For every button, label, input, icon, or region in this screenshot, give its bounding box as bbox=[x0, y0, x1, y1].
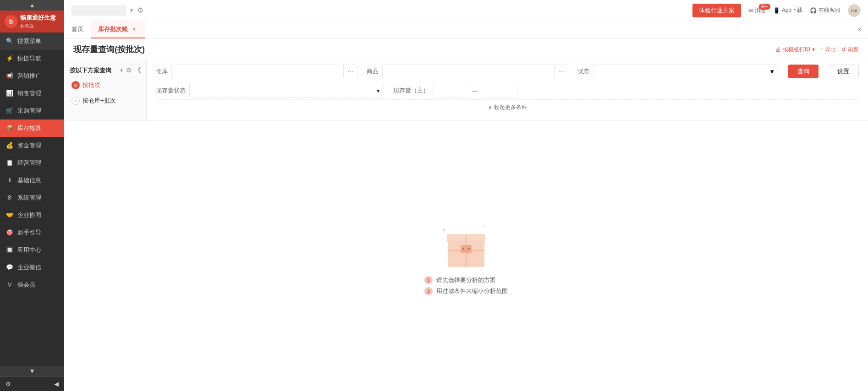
product-input-wrapper: ··· bbox=[382, 65, 568, 78]
new-guide-icon: 🎯 bbox=[5, 228, 14, 237]
product-label: 商品 bbox=[367, 67, 379, 76]
top-header: ▾ ⚙ 体验行业方案 ✉ 消息 99+ 📱 App下载 🎧 在线客服 Rit bbox=[64, 0, 868, 21]
product-dots-btn[interactable]: ··· bbox=[554, 65, 568, 78]
sidebar-item-app-center[interactable]: 🔲 应用中心 bbox=[0, 241, 64, 259]
sidebar-scroll-down[interactable]: ▼ bbox=[0, 366, 64, 376]
app-center-icon: 🔲 bbox=[5, 246, 14, 254]
product-input[interactable] bbox=[383, 66, 554, 77]
page-title: 现存量查询(按批次) bbox=[73, 44, 145, 55]
warehouse-dots-btn[interactable]: ··· bbox=[343, 65, 357, 78]
print-template-btn[interactable]: 🖨 按模板打印 ▾ bbox=[775, 46, 815, 54]
tab-close-btn[interactable]: × bbox=[131, 26, 138, 33]
tabs-bar: 首页 库存批次账 × × bbox=[64, 21, 868, 38]
filter-group-status: 状态 ▼ bbox=[577, 65, 779, 78]
user-avatar-btn[interactable]: Rit bbox=[848, 4, 861, 17]
sidebar-item-new-guide[interactable]: 🎯 新手引导 bbox=[0, 224, 64, 241]
export-btn[interactable]: ↑ 导出 bbox=[820, 46, 836, 54]
settings-gear-icon[interactable]: ⚙ bbox=[137, 6, 143, 15]
app-title: 畅康通好生意 标准版 bbox=[20, 14, 56, 29]
filter-sidebar: 按以下方案查询 + ⊙ 《 ⊙ 按批次 ○ 按仓库+批次 bbox=[64, 59, 147, 120]
hint-1-text: 请先选择要分析的方案 bbox=[436, 276, 496, 284]
sidebar-item-search-menu[interactable]: 🔍 搜索菜单 bbox=[0, 33, 64, 50]
sidebar-item-vip-club[interactable]: V 畅会员 bbox=[0, 276, 64, 293]
print-dropdown-icon: ▾ bbox=[812, 46, 815, 53]
query-btn[interactable]: 查询 bbox=[788, 65, 819, 78]
refresh-icon: ↺ bbox=[841, 46, 846, 53]
print-icon: 🖨 bbox=[775, 46, 781, 53]
page-title-actions: 🖨 按模板打印 ▾ ↑ 导出 ↺ 刷新 bbox=[775, 46, 859, 54]
message-badge: 99+ bbox=[759, 4, 770, 10]
hint-2-text: 用过滤条件来缩小分析范围 bbox=[436, 287, 508, 295]
tab-home[interactable]: 首页 bbox=[64, 21, 91, 38]
tab-close-right-btn[interactable]: × bbox=[857, 26, 862, 34]
qty-max-input[interactable] bbox=[481, 84, 517, 98]
stock-status-select[interactable]: ▾ bbox=[189, 84, 384, 98]
svg-text:✦: ✦ bbox=[441, 226, 447, 234]
tab-inventory-batch[interactable]: 库存批次账 × bbox=[91, 21, 145, 38]
scheme-item-warehouse-batch[interactable]: ○ 按仓库+批次 bbox=[64, 93, 146, 109]
online-service-btn[interactable]: 🎧 在线客服 bbox=[810, 6, 841, 14]
collapse-more-btn[interactable]: ∧ 收起更多条件 bbox=[156, 99, 859, 115]
refresh-btn[interactable]: ↺ 刷新 bbox=[841, 46, 859, 54]
wechat-icon: 💬 bbox=[5, 263, 14, 272]
user-avatar: Rit bbox=[848, 4, 861, 17]
purchase-icon: 🛒 bbox=[5, 107, 14, 115]
experience-btn[interactable]: 体验行业方案 bbox=[692, 4, 741, 17]
scheme-settings-icon[interactable]: ⊙ bbox=[126, 66, 132, 75]
marketing-icon: 📢 bbox=[5, 72, 14, 80]
sidebar-scroll-up[interactable]: ▲ bbox=[0, 0, 64, 11]
sidebar-item-purchase-mgmt[interactable]: 🛒 采购管理 bbox=[0, 102, 64, 119]
phone-icon: 📱 bbox=[773, 7, 780, 14]
sidebar-item-finance-mgmt[interactable]: 💰 资金管理 bbox=[0, 137, 64, 154]
sidebar-header: b 畅康通好生意 标准版 bbox=[0, 11, 64, 33]
collapse-icon: ∧ bbox=[488, 104, 492, 111]
search-icon: 🔍 bbox=[5, 37, 14, 45]
system-icon: ⚙ bbox=[5, 194, 14, 202]
breadcrumb-input[interactable] bbox=[71, 5, 126, 16]
qty-min-input[interactable] bbox=[433, 84, 469, 98]
sidebar-item-basic-info[interactable]: ℹ 基础信息 bbox=[0, 172, 64, 189]
filter-sidebar-header: 按以下方案查询 + ⊙ 《 bbox=[64, 64, 146, 77]
stock-qty-label: 现存量（主） bbox=[393, 87, 429, 95]
svg-point-4 bbox=[468, 248, 470, 250]
empty-state: ✦ ✦ 1 请先选择要分析的方案 2 用过滤条件来缩小分析范围 bbox=[64, 121, 868, 391]
sidebar-item-ops-mgmt[interactable]: 📋 经营管理 bbox=[0, 154, 64, 172]
message-btn[interactable]: ✉ 消息 99+ bbox=[748, 6, 766, 14]
breadcrumb-dropdown-icon[interactable]: ▾ bbox=[130, 7, 133, 14]
sales-icon: 📊 bbox=[5, 89, 14, 98]
content-area: 现存量查询(按批次) 🖨 按模板打印 ▾ ↑ 导出 ↺ 刷新 bbox=[64, 38, 868, 391]
sidebar-collapse-icon[interactable]: ◀ bbox=[54, 380, 59, 387]
filter-sidebar-actions: + ⊙ 《 bbox=[120, 66, 141, 75]
qty-range: — bbox=[433, 84, 621, 98]
scheme-icon-inactive: ○ bbox=[71, 97, 80, 105]
message-icon: ✉ bbox=[748, 7, 753, 14]
svg-point-3 bbox=[462, 248, 464, 250]
headset-icon: 🎧 bbox=[810, 7, 817, 14]
filter-group-warehouse: 仓库 ··· bbox=[156, 65, 357, 78]
app-logo: b bbox=[5, 15, 17, 28]
sidebar-item-marketing[interactable]: 📢 营销推广 bbox=[0, 67, 64, 85]
sidebar-settings-icon[interactable]: ⚙ bbox=[5, 380, 11, 387]
sidebar-item-system-mgmt[interactable]: ⚙ 系统管理 bbox=[0, 189, 64, 206]
stock-status-label: 现存量状态 bbox=[156, 87, 186, 95]
basic-info-icon: ℹ bbox=[5, 176, 14, 185]
warehouse-label: 仓库 bbox=[156, 67, 168, 76]
scheme-item-batch[interactable]: ⊙ 按批次 bbox=[64, 77, 146, 93]
status-select[interactable]: ▼ bbox=[593, 65, 779, 78]
settings-btn[interactable]: 设置 bbox=[828, 65, 859, 78]
stock-status-dropdown-icon: ▾ bbox=[377, 87, 380, 94]
sidebar-item-enterprise-wechat[interactable]: 💬 企业微信 bbox=[0, 259, 64, 276]
status-label: 状态 bbox=[577, 67, 589, 76]
warehouse-input[interactable] bbox=[172, 66, 343, 77]
filter-form: 仓库 ··· 商品 ··· bbox=[147, 59, 868, 120]
app-download-btn[interactable]: 📱 App下载 bbox=[773, 6, 802, 14]
collapse-sidebar-icon[interactable]: 《 bbox=[134, 66, 141, 75]
sidebar-item-quick-nav[interactable]: ⚡ 快捷导航 bbox=[0, 50, 64, 67]
sidebar-item-sales-mgmt[interactable]: 📊 销售管理 bbox=[0, 85, 64, 102]
quick-nav-icon: ⚡ bbox=[5, 54, 14, 63]
empty-hint-1: 1 请先选择要分析的方案 bbox=[424, 276, 508, 284]
sidebar-item-inventory-audit[interactable]: 📦 库存核算 bbox=[0, 119, 64, 137]
sidebar-item-enterprise-coop[interactable]: 🤝 企业协同 bbox=[0, 206, 64, 224]
sidebar-nav: ⚡ 快捷导航 📢 营销推广 📊 销售管理 🛒 采购管理 📦 库存核算 💰 资金管… bbox=[0, 50, 64, 366]
add-scheme-btn[interactable]: + bbox=[120, 66, 123, 75]
